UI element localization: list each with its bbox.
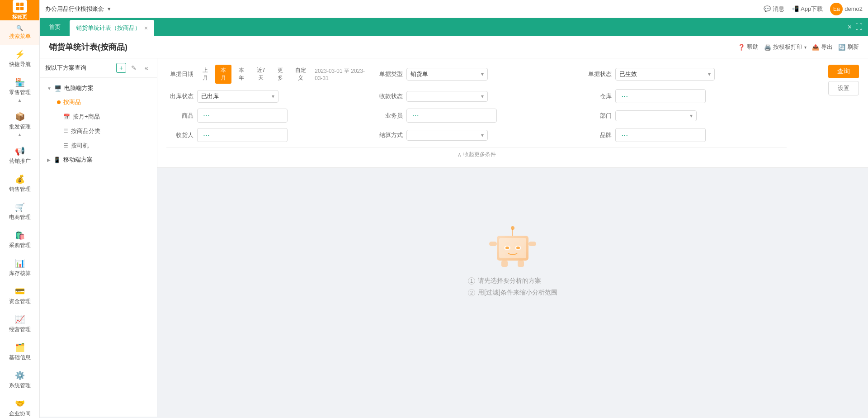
sidebar-item-inventory[interactable]: 📊 库存核算 [0,254,39,282]
action-buttons: 查询 设置 [828,65,859,95]
add-scheme-btn[interactable]: + [116,63,126,73]
sidebar-item-basic[interactable]: 🗂️ 基础信息 [0,338,39,366]
user-profile-btn[interactable]: Ea demo2 [830,3,863,15]
sidebar-item-quicknav[interactable]: ⚡ 快捷导航 [0,45,39,73]
docstatus-select[interactable]: 已生效 ▾ [615,68,715,81]
operations-icon: 📈 [15,314,25,324]
tree-group-mobile[interactable]: ▶ 📱 移动端方案 [40,153,157,166]
main-layout: 按以下方案查询 + ✎ « ▼ 🖥️ 电脑端方案 [40,58,868,417]
docstatus-dropdown-icon: ▾ [708,71,711,77]
sidebar-item-operations[interactable]: 📈 经营管理 [0,310,39,338]
tree-group-pc[interactable]: ▼ 🖥️ 电脑端方案 [40,81,157,95]
export-btn[interactable]: 📤 导出 [812,43,833,51]
sidebar-item-system[interactable]: ⚙️ 系统管理 [0,366,39,394]
page-header: 销货单统计表(按商品) ❓ 帮助 🖨️ 按模板打印 ▾ 📤 导出 🔄 刷新 [40,36,868,58]
filter-staff-item: 业务员 ··· [376,109,578,123]
filter-payment-item: 收款状态 ▾ [376,91,578,102]
print-dropdown-icon: ▾ [804,45,807,50]
sidebar-item-purchase[interactable]: 🛍️ 采购管理 [0,226,39,254]
query-btn[interactable]: 查询 [828,65,859,78]
date-btn-more[interactable]: 更多 [272,65,288,84]
filter-docstatus-item: 单据状态 已生效 ▾ [585,68,787,81]
refresh-btn[interactable]: 🔄 刷新 [838,43,859,51]
tree-child-bycategory[interactable]: ☰ 按商品分类 [40,124,157,138]
sidebar-sales-label: 销售管理 [9,185,31,193]
paymethod-select[interactable]: ▾ [406,130,488,141]
docstatus-label: 单据状态 [585,70,612,78]
tree-child-byproduct-label: 按商品 [63,98,81,106]
page-actions: ❓ 帮助 🖨️ 按模板打印 ▾ 📤 导出 🔄 刷新 [738,43,859,51]
tab-minimize-btn[interactable]: × [848,23,852,31]
tab-home[interactable]: 首页 [40,18,70,36]
settings-btn[interactable]: 设置 [828,81,859,95]
date-btn-lastmonth[interactable]: 上月 [197,65,213,84]
sidebar-item-search[interactable]: 🔍 搜索菜单 [0,20,39,45]
active-dot [57,100,61,104]
filter-outstatus-item: 出库状态 已出库 ▾ [166,90,368,103]
doctype-value: 销货单 [410,70,428,78]
sidebar-item-finance[interactable]: 💳 资金管理 [0,282,39,310]
receiver-input[interactable]: ··· [197,128,288,142]
brand-dots[interactable]: ··· [621,130,628,140]
receiver-dots[interactable]: ··· [203,130,210,140]
collapse-arrow-icon: ∧ [458,152,462,158]
date-btn-7days[interactable]: 近7天 [251,65,270,84]
topbar-left: 办公用品行业模拟账套 ▾ [45,5,764,13]
sidebar-item-sales[interactable]: 💰 销售管理 [0,170,39,198]
tree-child-bymonth[interactable]: 📅 按月+商品 [40,109,157,124]
product-input[interactable]: ··· [197,109,288,123]
topbar: 办公用品行业模拟账套 ▾ 💬 消息 📲 App下载 Ea demo2 [40,0,868,18]
empty-tip-1: 1 请先选择要分析的方案 [468,277,557,285]
date-btn-custom[interactable]: 自定义 [290,65,311,84]
tree-child-bydriver[interactable]: ☰ 按司机 [40,138,157,153]
staff-dots[interactable]: ··· [412,111,419,120]
collapse-panel-btn[interactable]: « [142,63,151,73]
tab-active[interactable]: 销货单统计表（按商品） × [70,20,154,36]
tab-maximize-btn[interactable]: ⛶ [855,23,863,31]
tab-close-btn[interactable]: × [144,24,148,32]
sidebar-item-corp[interactable]: 🤝 企业协同 [0,394,39,418]
industry-dropdown[interactable]: ▾ [108,5,111,12]
main-content: 办公用品行业模拟账套 ▾ 💬 消息 📲 App下载 Ea demo2 首页 [40,0,868,418]
help-btn[interactable]: ❓ 帮助 [738,43,759,51]
receiver-label: 收货人 [166,131,193,139]
doctype-select[interactable]: 销货单 ▾ [406,68,488,81]
app-download-btn[interactable]: 📲 App下载 [792,5,823,13]
sidebar-item-retail[interactable]: 🏪 零售管理 ▲ [0,73,39,107]
export-icon: 📤 [812,44,819,51]
brand-input[interactable]: ··· [615,128,706,142]
paymethod-dropdown-icon: ▾ [481,132,484,138]
filter-row-3: 商品 ··· 业务员 ··· [166,109,787,123]
svg-rect-15 [518,261,524,267]
collapse-btn[interactable]: ∧ 收起更多条件 [166,147,787,161]
topbar-right: 💬 消息 📲 App下载 Ea demo2 [764,3,863,15]
sidebar-item-marketing[interactable]: 📢 营销推广 [0,142,39,170]
export-label: 导出 [821,43,833,51]
sidebar-item-wholesale[interactable]: 📦 批发管理 ▲ [0,107,39,142]
outstatus-dropdown-icon: ▾ [272,93,274,100]
payment-dropdown-icon: ▾ [481,93,484,100]
tree-child-byproduct[interactable]: 按商品 [40,95,157,109]
outstatus-select[interactable]: 已出库 ▾ [197,90,278,103]
filter-row-4: 收货人 ··· 结算方式 ▾ [166,128,787,142]
logo-text: 标账页 [12,14,27,20]
svg-point-8 [505,247,509,249]
warehouse-input[interactable]: ··· [615,89,706,103]
staff-input[interactable]: ··· [406,109,497,123]
date-options-group: 上月 本月 本年 近7天 更多 自定义 2023-03-01 至 2023-03… [197,65,368,84]
product-dots[interactable]: ··· [203,111,210,120]
filter-date-item: 单据日期 上月 本月 本年 近7天 更多 自定义 2023-03-01 至 20… [166,65,368,84]
warehouse-dots[interactable]: ··· [621,91,628,101]
message-btn[interactable]: 💬 消息 [764,5,784,13]
date-btn-thismonth[interactable]: 本月 [215,65,231,84]
avatar: Ea [830,3,843,15]
date-btn-thisyear[interactable]: 本年 [233,65,250,84]
collapse-label: 收起更多条件 [463,151,496,158]
edit-scheme-btn[interactable]: ✎ [129,63,139,73]
sidebar-item-ecom[interactable]: 🛒 电商管理 [0,198,39,226]
dept-dropdown-icon: ▾ [690,113,693,119]
print-btn[interactable]: 🖨️ 按模板打印 ▾ [764,43,807,51]
dept-select[interactable]: ▾ [615,110,697,121]
payment-select[interactable]: ▾ [406,91,488,102]
svg-point-11 [511,226,514,230]
